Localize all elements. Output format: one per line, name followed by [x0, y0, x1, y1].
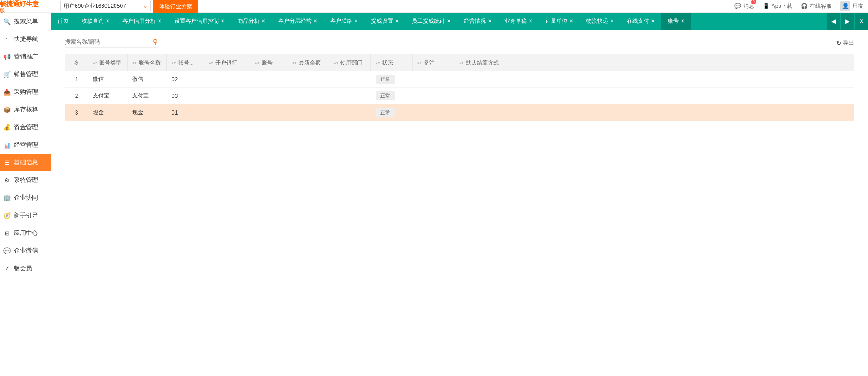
tab-11[interactable]: 计量单位✕	[539, 13, 580, 30]
tab-label: 物流快递	[586, 17, 608, 25]
close-icon[interactable]: ✕	[651, 19, 655, 24]
table-row[interactable]: 2 支付宝 支付宝 03 正常	[65, 88, 854, 104]
close-icon[interactable]: ✕	[221, 19, 224, 24]
tab-6[interactable]: 客户联络✕	[324, 13, 364, 30]
tab-label: 计量单位	[545, 17, 568, 25]
search-input[interactable]	[65, 39, 153, 45]
tab-4[interactable]: 商品分析✕	[231, 13, 272, 30]
app-download-link[interactable]: 📱 App下载	[763, 2, 792, 10]
sidebar-icon: ⌂	[4, 36, 10, 42]
tab-0[interactable]: 首页	[51, 13, 75, 30]
tab-label: 设置客户信用控制	[174, 17, 219, 25]
close-icon[interactable]: ✕	[354, 19, 358, 24]
user-menu[interactable]: 👤 用友	[840, 1, 863, 11]
search-icon[interactable]: ⚲	[153, 38, 158, 45]
column-number[interactable]: ▴▾账号...	[167, 54, 204, 71]
search-wrap: ⚲	[65, 38, 158, 48]
tab-3[interactable]: 设置客户信用控制✕	[168, 13, 231, 30]
close-icon[interactable]: ✕	[569, 19, 573, 24]
close-icon[interactable]: ✕	[262, 19, 265, 24]
close-icon[interactable]: ✕	[313, 19, 317, 24]
sidebar-item-7[interactable]: 📊经营管理	[0, 136, 51, 154]
export-button[interactable]: ↻ 导出	[836, 39, 854, 47]
try-industry-button[interactable]: 体验行业方案	[153, 0, 198, 13]
column-remark[interactable]: ▴▾备注	[413, 54, 454, 71]
close-icon[interactable]: ✕	[106, 19, 109, 24]
tab-10[interactable]: 业务草稿✕	[498, 13, 539, 30]
sidebar-item-label: 畅会员	[14, 264, 32, 272]
tab-scroll-right-button[interactable]: ▶	[840, 13, 854, 30]
close-icon[interactable]: ✕	[158, 19, 161, 24]
tab-2[interactable]: 客户信用分析✕	[116, 13, 168, 30]
tab-9[interactable]: 经营情况✕	[457, 13, 498, 30]
column-balance[interactable]: ▴▾最新余额	[287, 54, 329, 71]
status-badge: 正常	[376, 91, 395, 100]
tab-close-all-button[interactable]: ✕	[854, 13, 868, 30]
column-bank[interactable]: ▴▾开户银行	[204, 54, 250, 71]
table-row[interactable]: 1 微信 微信 02 正常	[65, 71, 854, 88]
sidebar-item-9[interactable]: ⚙系统管理	[0, 171, 51, 189]
tab-1[interactable]: 收款查询✕	[75, 13, 116, 30]
sidebar-item-1[interactable]: ⌂快捷导航	[0, 30, 51, 48]
column-account[interactable]: ▴▾账号	[250, 54, 287, 71]
cell-index: 1	[65, 76, 88, 83]
sort-icon: ▴▾	[292, 62, 297, 64]
sidebar-item-3[interactable]: 🛒销售管理	[0, 65, 51, 83]
close-icon[interactable]: ✕	[529, 19, 532, 24]
chevron-down-icon: ⌄	[143, 3, 147, 9]
tab-13[interactable]: 在线支付✕	[620, 13, 661, 30]
headset-icon: 🎧	[801, 3, 808, 9]
sidebar-icon: 🧭	[4, 212, 10, 219]
sidebar-item-2[interactable]: 📢营销推广	[0, 48, 51, 65]
column-department[interactable]: ▴▾使用部门	[329, 54, 371, 71]
sidebar-item-0[interactable]: 🔍搜索菜单	[0, 13, 51, 30]
sidebar-item-12[interactable]: ⊞应用中心	[0, 224, 51, 242]
sidebar-icon: 🏢	[4, 194, 10, 201]
cell-status: 正常	[371, 108, 413, 117]
tab-12[interactable]: 物流快递✕	[580, 13, 620, 30]
tab-8[interactable]: 员工提成统计✕	[405, 13, 457, 30]
sidebar-item-14[interactable]: ✓畅会员	[0, 259, 51, 277]
tab-label: 经营情况	[464, 17, 486, 25]
cell-status: 正常	[371, 91, 413, 100]
logo-sub: 版	[0, 7, 5, 14]
cell-name: 现金	[128, 109, 167, 117]
column-gear[interactable]: ⚙	[65, 54, 88, 71]
sidebar-item-11[interactable]: 🧭新手引导	[0, 207, 51, 224]
messages-link[interactable]: 💬 消息 0	[734, 2, 754, 10]
tab-label: 在线支付	[627, 17, 649, 25]
close-icon[interactable]: ✕	[447, 19, 451, 24]
close-icon[interactable]: ✕	[610, 19, 614, 24]
sidebar-item-13[interactable]: 💬企业微信	[0, 242, 51, 259]
tab-7[interactable]: 提成设置✕	[364, 13, 405, 30]
table-body: 1 微信 微信 02 正常 2 支付宝 支付宝 03 正常 3 现金 现金 01…	[65, 71, 854, 121]
sort-icon: ▴▾	[334, 62, 338, 64]
cell-status: 正常	[371, 75, 413, 84]
close-icon[interactable]: ✕	[488, 19, 491, 24]
tab-14[interactable]: 账号✕	[661, 13, 691, 30]
sidebar-icon: ✓	[4, 265, 10, 272]
tab-scroll-left-button[interactable]: ◀	[826, 13, 840, 30]
sidebar-icon: 💰	[4, 124, 10, 130]
sidebar-item-8[interactable]: ☰基础信息	[0, 154, 51, 171]
sidebar-item-4[interactable]: 📥采购管理	[0, 83, 51, 101]
table-row[interactable]: 3 现金 现金 01 正常	[65, 104, 854, 121]
sidebar-item-5[interactable]: 📦库存核算	[0, 101, 51, 118]
sort-icon: ▴▾	[132, 62, 137, 64]
sidebar-icon: 📊	[4, 142, 10, 148]
sidebar-item-10[interactable]: 🏢企业协同	[0, 189, 51, 207]
close-icon[interactable]: ✕	[681, 19, 684, 24]
online-service-link[interactable]: 🎧 在线客服	[801, 2, 832, 10]
sidebar-icon: 📦	[4, 106, 10, 113]
sidebar-item-label: 库存核算	[14, 105, 38, 114]
column-name[interactable]: ▴▾账号名称	[128, 54, 167, 71]
column-type[interactable]: ▴▾账号类型	[88, 54, 128, 71]
sidebar-item-6[interactable]: 💰资金管理	[0, 118, 51, 136]
tab-label: 商品分析	[237, 17, 260, 25]
column-status[interactable]: ▴▾状态	[371, 54, 413, 71]
enterprise-select[interactable]: 用户690企业1660120507 ⌄	[60, 1, 151, 11]
tab-5[interactable]: 客户分层经营✕	[272, 13, 324, 30]
tab-label: 账号	[668, 17, 679, 25]
column-settlement[interactable]: ▴▾默认结算方式	[454, 54, 854, 71]
close-icon[interactable]: ✕	[395, 19, 399, 24]
